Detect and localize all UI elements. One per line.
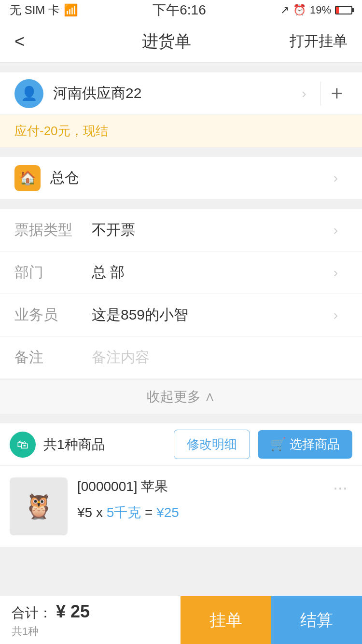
- invoice-type-label: 票据类型: [14, 220, 82, 240]
- salesperson-value: 这是859的小智: [82, 305, 334, 325]
- supplier-avatar: 👤: [14, 79, 43, 108]
- salesperson-chevron-icon: ›: [334, 308, 338, 323]
- open-pending-button[interactable]: 打开挂单: [290, 31, 348, 51]
- supplier-notice: 应付-20元，现结: [0, 115, 362, 147]
- department-value: 总 部: [82, 263, 334, 282]
- edit-detail-button[interactable]: 修改明细: [174, 430, 250, 459]
- price-eq: =: [145, 505, 156, 520]
- price-x: x: [96, 505, 107, 520]
- page-title: 进货单: [142, 30, 191, 53]
- warehouse-section: 🏠 总仓 ›: [0, 157, 362, 199]
- gap-1: [0, 63, 362, 72]
- product-thumbnail: 🦉: [10, 477, 68, 535]
- invoice-type-value: 不开票: [82, 220, 334, 240]
- wifi-icon: 📶: [64, 3, 78, 17]
- product-title: 苹果: [141, 479, 168, 494]
- product-owl-icon: 🦉: [24, 492, 54, 520]
- remark-placeholder: 备注内容: [82, 348, 348, 367]
- status-left: 无 SIM 卡 📶: [10, 2, 78, 18]
- bottom-bar: 合计： ¥ 25 共1种 挂单 结算: [0, 596, 362, 644]
- location-icon: ↗: [280, 4, 289, 16]
- product-code: [0000001]: [77, 479, 138, 494]
- department-label: 部门: [14, 263, 82, 282]
- invoice-type-row[interactable]: 票据类型 不开票 ›: [0, 209, 362, 252]
- products-icon: 🛍: [10, 432, 36, 458]
- gap-2: [0, 147, 362, 157]
- hang-order-button[interactable]: 挂单: [181, 596, 271, 644]
- gap-4: [0, 414, 362, 423]
- back-button[interactable]: <: [14, 31, 43, 52]
- divider: [320, 82, 321, 106]
- collapse-button[interactable]: 收起更多 ∧: [0, 379, 362, 414]
- remark-label: 备注: [14, 348, 82, 367]
- products-section: 🛍 共1种商品 修改明细 🛒 选择商品 🦉 [0000001] 苹果 ¥5: [0, 423, 362, 547]
- salesperson-row[interactable]: 业务员 这是859的小智 ›: [0, 294, 362, 336]
- warehouse-row[interactable]: 🏠 总仓 ›: [0, 157, 362, 199]
- gap-3: [0, 199, 362, 209]
- price-value: ¥5: [77, 505, 92, 520]
- department-row[interactable]: 部门 总 部 ›: [0, 252, 362, 294]
- product-name: [0000001] 苹果: [77, 477, 328, 496]
- products-header: 🛍 共1种商品 修改明细 🛒 选择商品: [0, 423, 362, 466]
- alarm-icon: ⏰: [293, 4, 306, 16]
- products-count: 共1种商品: [43, 435, 174, 454]
- invoice-chevron-icon: ›: [334, 223, 338, 238]
- total-label-row: 合计： ¥ 25: [12, 602, 169, 622]
- total-label-text: 合计：: [12, 604, 52, 622]
- checkout-button[interactable]: 结算: [271, 596, 362, 644]
- battery-percent: 19%: [310, 4, 331, 16]
- form-section: 票据类型 不开票 › 部门 总 部 › 业务员 这是859的小智 › 备注 备注…: [0, 209, 362, 414]
- total-amount: ¥ 25: [56, 602, 90, 622]
- select-product-button[interactable]: 🛒 选择商品: [258, 430, 352, 459]
- status-bar: 无 SIM 卡 📶 下午6:16 ↗ ⏰ 19%: [0, 0, 362, 20]
- product-more-button[interactable]: ···: [328, 477, 352, 498]
- product-item: 🦉 [0000001] 苹果 ¥5 x 5千克 = ¥25 ···: [0, 466, 362, 547]
- bag-icon: 🛍: [17, 438, 28, 451]
- status-right: ↗ ⏰ 19%: [280, 4, 352, 16]
- supplier-name: 河南供应商22: [53, 84, 302, 103]
- nav-bar: < 进货单 打开挂单: [0, 20, 362, 63]
- total-sub-text: 共1种: [12, 624, 169, 639]
- time-text: 下午6:16: [153, 1, 206, 19]
- product-price: ¥5 x 5千克 = ¥25: [77, 504, 328, 522]
- remark-row[interactable]: 备注 备注内容: [0, 336, 362, 379]
- add-supplier-button[interactable]: +: [326, 82, 348, 105]
- warehouse-name: 总仓: [50, 168, 334, 188]
- select-product-label: 选择商品: [290, 436, 340, 453]
- battery-icon: [335, 6, 352, 14]
- qty-value: 5千克: [107, 505, 141, 520]
- total-value: ¥25: [156, 505, 179, 520]
- warehouse-icon: 🏠: [14, 165, 41, 191]
- avatar-icon: 👤: [21, 85, 38, 101]
- department-chevron-icon: ›: [334, 265, 338, 280]
- supplier-chevron-icon: ›: [302, 86, 306, 101]
- supplier-section: 👤 河南供应商22 › + 应付-20元，现结: [0, 72, 362, 147]
- total-section: 合计： ¥ 25 共1种: [0, 602, 181, 639]
- carrier-text: 无 SIM 卡: [10, 2, 60, 18]
- cart-icon: 🛒: [270, 437, 286, 452]
- supplier-row[interactable]: 👤 河南供应商22 › +: [0, 72, 362, 115]
- product-info: [0000001] 苹果 ¥5 x 5千克 = ¥25: [77, 477, 328, 522]
- salesperson-label: 业务员: [14, 305, 82, 325]
- warehouse-chevron-icon: ›: [334, 170, 338, 186]
